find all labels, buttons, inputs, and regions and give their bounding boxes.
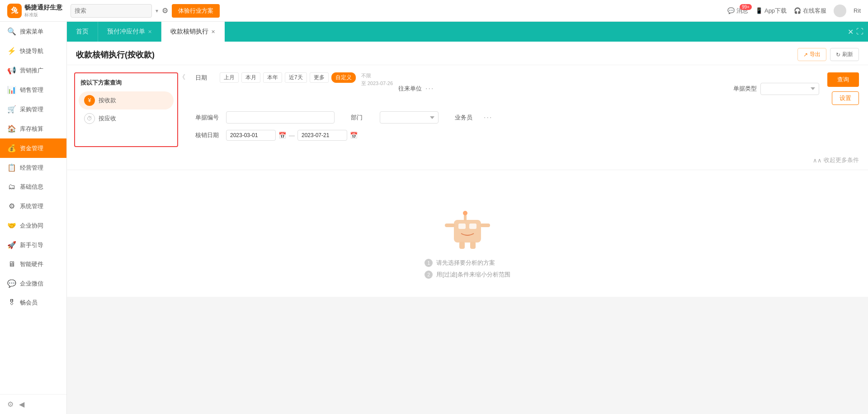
empty-svg xyxy=(440,206,495,252)
quick-nav-icon: ⚡ xyxy=(7,47,16,55)
message-icon: 💬 xyxy=(727,7,735,14)
sidebar-label-system: 系统管理 xyxy=(20,202,43,210)
app-icon: 📱 xyxy=(755,7,763,14)
sidebar-item-vip[interactable]: 🎖 畅会员 xyxy=(0,293,66,312)
topbar-right: 💬 消息 99+ 📱 App下载 🎧 在线客服 Rit xyxy=(727,5,861,17)
svg-rect-7 xyxy=(459,242,465,249)
sidebar: 🔍 搜索菜单 ⚡ 快捷导航 📢 营销推广 📊 销售管理 🛒 采购管理 🏠 库存核… xyxy=(0,22,67,414)
filter-row-2: 单据编号 部门 业务员 ··· xyxy=(195,111,859,124)
sidebar-item-wechat[interactable]: 💬 企业微信 xyxy=(0,274,66,293)
online-service-btn[interactable]: 🎧 在线客服 xyxy=(794,7,826,15)
date-btn-last-month[interactable]: 上月 xyxy=(220,72,239,83)
collapse-icon: 《 xyxy=(179,73,185,81)
hint-num-2: 2 xyxy=(425,271,433,279)
doc-type-select[interactable] xyxy=(760,83,819,95)
sidebar-item-manage[interactable]: 📋 经营管理 xyxy=(0,158,66,177)
receivable-icon: ⏱ xyxy=(84,113,95,124)
filter-collection-label: 按收款 xyxy=(99,96,116,105)
sidebar-item-base-info[interactable]: 🗂 基础信息 xyxy=(0,177,66,196)
page-content: 收款核销执行(按收款) ↗ 导出 ↻ 刷新 按以下方案查询 xyxy=(67,42,868,414)
date-separator: — xyxy=(289,132,295,139)
empty-state: 1 请先选择要分析的方案 2 用[过滤]条件来缩小分析范围 xyxy=(67,170,868,297)
sidebar-item-purchase[interactable]: 🛒 采购管理 xyxy=(0,100,66,119)
doc-no-input[interactable] xyxy=(226,111,335,124)
sidebar-label-collab: 企业协同 xyxy=(20,222,43,230)
date-btn-this-year[interactable]: 本年 xyxy=(263,72,282,83)
sidebar-item-system[interactable]: ⚙ 系统管理 xyxy=(0,196,66,216)
dept-label: 部门 xyxy=(351,114,373,122)
message-btn[interactable]: 💬 消息 99+ xyxy=(727,7,748,15)
settings-icon[interactable]: ⚙ xyxy=(7,400,14,409)
export-btn[interactable]: ↗ 导出 xyxy=(797,48,826,61)
filter-by-receivable[interactable]: ⏱ 按应收 xyxy=(79,109,174,128)
sidebar-label-inventory: 库存核算 xyxy=(20,125,43,133)
staff-label: 业务员 xyxy=(455,114,476,122)
sidebar-item-quick-nav[interactable]: ⚡ 快捷导航 xyxy=(0,41,66,61)
sidebar-label-sales: 销售管理 xyxy=(20,86,43,94)
manage-icon: 📋 xyxy=(7,163,16,172)
app-download-btn[interactable]: 📱 App下载 xyxy=(755,7,787,15)
chevron-down-icon[interactable]: ▾ xyxy=(156,8,158,14)
filter-by-collection[interactable]: ¥ 按收款 xyxy=(79,91,174,109)
verify-date-end-input[interactable] xyxy=(297,130,347,141)
tab-home-label: 首页 xyxy=(76,28,89,36)
collapse-sidebar-icon[interactable]: ◀ xyxy=(19,400,24,409)
setting-btn[interactable]: 设置 xyxy=(832,91,859,105)
counterpart-label: 往来单位 xyxy=(398,85,422,93)
collapse-filter-btn[interactable]: 《 xyxy=(178,65,186,154)
verify-date-start-input[interactable] xyxy=(226,130,276,141)
main-tabbar: 首页 预付冲应付单 ✕ 收款核销执行 ✕ ✕ ⛶ xyxy=(67,22,868,42)
calendar-end-icon[interactable]: 📅 xyxy=(350,132,358,139)
sidebar-item-finance[interactable]: 💰 资金管理 xyxy=(0,138,66,158)
tab-home[interactable]: 首页 xyxy=(67,22,98,42)
guide-icon: 🚀 xyxy=(7,241,16,249)
base-info-icon: 🗂 xyxy=(7,183,16,191)
sales-icon: 📊 xyxy=(7,86,16,94)
hint-num-1: 1 xyxy=(425,259,433,267)
counterpart-input[interactable]: ··· xyxy=(425,85,434,93)
filter-row-3: 核销日期 📅 — 📅 xyxy=(195,130,859,141)
refresh-btn[interactable]: ↻ 刷新 xyxy=(830,48,859,61)
sidebar-item-inventory[interactable]: 🏠 库存核算 xyxy=(0,119,66,138)
sidebar-bottom: ⚙ ◀ xyxy=(0,394,66,414)
sidebar-label-guide: 新手引导 xyxy=(20,241,43,249)
sidebar-item-search[interactable]: 🔍 搜索菜单 xyxy=(0,22,66,41)
tab-collection[interactable]: 收款核销执行 ✕ xyxy=(161,22,225,42)
date-btn-7days[interactable]: 近7天 xyxy=(285,72,307,83)
verify-date-label: 核销日期 xyxy=(195,131,219,139)
date-btn-custom[interactable]: 自定义 xyxy=(331,72,356,83)
sidebar-item-hardware[interactable]: 🖥 智能硬件 xyxy=(0,255,66,274)
tab-prepay-close-icon[interactable]: ✕ xyxy=(148,29,152,35)
industry-btn[interactable]: 体验行业方案 xyxy=(172,4,220,18)
svg-rect-5 xyxy=(445,224,455,227)
sidebar-label-quick-nav: 快捷导航 xyxy=(20,47,43,55)
maximize-btn[interactable]: ⛶ xyxy=(856,28,863,36)
date-btn-this-month[interactable]: 本月 xyxy=(241,72,260,83)
tab-collection-close-icon[interactable]: ✕ xyxy=(211,29,215,35)
hardware-icon: 🖥 xyxy=(7,260,16,268)
collapse-more-btn[interactable]: ∧∧ 收起更多条件 xyxy=(813,156,859,164)
close-tab-btn[interactable]: ✕ xyxy=(848,28,854,36)
calendar-start-icon[interactable]: 📅 xyxy=(278,132,286,139)
sidebar-label-marketing: 营销推广 xyxy=(20,67,43,75)
message-badge: 99+ xyxy=(740,4,752,10)
sidebar-item-guide[interactable]: 🚀 新手引导 xyxy=(0,235,66,255)
brand-name: 畅捷通好生意 xyxy=(24,4,62,12)
sidebar-item-sales[interactable]: 📊 销售管理 xyxy=(0,80,66,100)
collab-icon: 🤝 xyxy=(7,221,16,230)
tab-prepay[interactable]: 预付冲应付单 ✕ xyxy=(98,22,161,42)
gear-icon[interactable]: ⚙ xyxy=(162,6,168,15)
search-input[interactable] xyxy=(71,4,152,18)
dept-select[interactable] xyxy=(380,111,439,124)
sidebar-item-collab[interactable]: 🤝 企业协同 xyxy=(0,216,66,235)
hint-text-1: 请先选择要分析的方案 xyxy=(436,259,495,267)
staff-input[interactable]: ··· xyxy=(484,114,492,122)
svg-rect-3 xyxy=(464,214,467,221)
sidebar-item-marketing[interactable]: 📢 营销推广 xyxy=(0,61,66,80)
query-btn[interactable]: 查询 xyxy=(827,72,859,87)
sidebar-label-vip: 畅会员 xyxy=(20,299,38,307)
date-btn-more[interactable]: 更多 xyxy=(310,72,329,83)
svg-rect-2 xyxy=(469,224,476,229)
avatar[interactable] xyxy=(834,5,846,17)
date-no-limit: 不限 xyxy=(361,72,393,79)
